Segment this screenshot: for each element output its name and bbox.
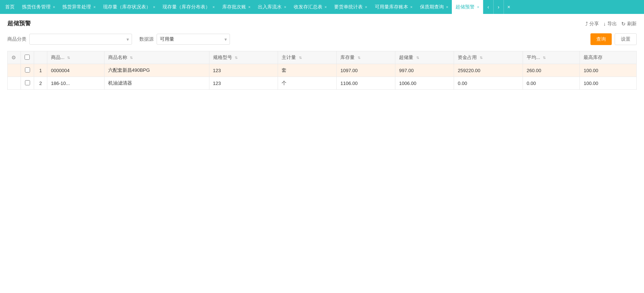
table-row: 1 0000004 六配套新昌490BPG 123 套 1097.00 997.… bbox=[8, 64, 637, 77]
select-all-checkbox[interactable] bbox=[25, 55, 30, 60]
page-title: 超储预警 bbox=[7, 20, 31, 27]
th-index bbox=[34, 51, 47, 64]
nav-close-avail[interactable]: × bbox=[410, 5, 413, 9]
th-spec[interactable]: 规格型号 ⇅ bbox=[209, 51, 278, 64]
filter-label-category: 商品分类 bbox=[7, 36, 26, 42]
cell-avg-1: 0.00 bbox=[523, 77, 580, 90]
cell-overstock-0: 997.00 bbox=[395, 64, 454, 77]
cell-product-code-0: 0000004 bbox=[47, 64, 105, 77]
nav-close-arrow[interactable]: × bbox=[504, 0, 514, 14]
refresh-button[interactable]: ↻ 刷新 bbox=[621, 21, 637, 27]
th-stock[interactable]: 库存量 ⇅ bbox=[337, 51, 395, 64]
th-capital[interactable]: 资金占用 ⇅ bbox=[454, 51, 523, 64]
th-unit[interactable]: 主计量 ⇅ bbox=[278, 51, 337, 64]
nav-prev-arrow[interactable]: ‹ bbox=[483, 0, 493, 14]
top-navigation: 首页 拣货任务管理 × 拣货异常处理 × 现存量（库存状况表） × 现存量（库存… bbox=[0, 0, 644, 14]
th-product-name-label: 商品名称 bbox=[108, 55, 127, 60]
header-actions: ⤴ 分享 ↓ 导出 ↻ 刷新 bbox=[585, 21, 637, 27]
filter-label-datasource: 数据源 bbox=[139, 36, 154, 42]
settings-button[interactable]: 设置 bbox=[615, 33, 637, 45]
nav-close-order-stat[interactable]: × bbox=[365, 5, 367, 9]
share-icon: ⤴ bbox=[585, 21, 588, 27]
nav-close-summary[interactable]: × bbox=[325, 5, 327, 9]
th-product-code-label: 商品... bbox=[51, 55, 65, 60]
nav-label-summary: 收发存汇总表 bbox=[294, 4, 322, 10]
nav-item-exception[interactable]: 拣货异常处理 × bbox=[59, 0, 99, 14]
filter-select-datasource-wrapper: 可用量 ▾ bbox=[157, 34, 230, 45]
cell-max-stock-0: 100.00 bbox=[580, 64, 637, 77]
nav-close-stock-status[interactable]: × bbox=[153, 5, 155, 9]
cell-product-name-1: 机油滤清器 bbox=[104, 77, 209, 90]
filter-select-datasource[interactable]: 可用量 bbox=[157, 34, 230, 45]
row-checkbox-0[interactable] bbox=[25, 67, 30, 73]
th-product-code[interactable]: 商品... ⇅ bbox=[47, 51, 105, 64]
cell-stock-1: 1106.00 bbox=[337, 77, 395, 90]
nav-item-stock-dist[interactable]: 现存量（库存分布表） × bbox=[159, 0, 218, 14]
refresh-icon: ↻ bbox=[621, 21, 626, 27]
nav-next-arrow[interactable]: › bbox=[493, 0, 504, 14]
nav-close-stock-dist[interactable]: × bbox=[212, 5, 215, 9]
sort-icon-spec: ⇅ bbox=[235, 56, 238, 60]
nav-label-overstock: 超储预警 bbox=[455, 4, 475, 10]
nav-label-quality: 保质期查询 bbox=[420, 4, 444, 10]
sort-icon-unit: ⇅ bbox=[299, 56, 302, 60]
nav-item-home[interactable]: 首页 bbox=[1, 0, 18, 14]
nav-item-stock-status[interactable]: 现存量（库存状况表） × bbox=[99, 0, 159, 14]
sort-icon-overstock: ⇅ bbox=[416, 56, 419, 60]
nav-item-overstock[interactable]: 超储预警 × bbox=[452, 0, 483, 14]
th-max-stock: 最高库存 bbox=[580, 51, 637, 64]
nav-label-stock-status: 现存量（库存状况表） bbox=[103, 4, 151, 10]
nav-label-batch: 库存批次账 bbox=[222, 4, 246, 10]
nav-item-summary[interactable]: 收发存汇总表 × bbox=[290, 0, 330, 14]
export-button[interactable]: ↓ 导出 bbox=[603, 21, 617, 27]
th-capital-label: 资金占用 bbox=[458, 55, 477, 60]
nav-label-inout: 出入库流水 bbox=[258, 4, 282, 10]
nav-item-order-stat[interactable]: 要货单统计表 × bbox=[330, 0, 371, 14]
nav-label-home: 首页 bbox=[5, 4, 15, 10]
cell-spec-0: 123 bbox=[209, 64, 278, 77]
query-button[interactable]: 查询 bbox=[590, 33, 612, 45]
export-icon: ↓ bbox=[603, 21, 606, 27]
th-overstock-label: 超储量 bbox=[399, 55, 413, 60]
nav-label-task: 拣货任务管理 bbox=[22, 4, 51, 10]
cell-unit-0: 套 bbox=[278, 64, 337, 77]
sort-icon-product-name: ⇅ bbox=[130, 56, 133, 60]
th-avg[interactable]: 平均... ⇅ bbox=[523, 51, 580, 64]
row-checkbox-1[interactable] bbox=[25, 80, 30, 85]
nav-close-exception[interactable]: × bbox=[93, 5, 95, 9]
table-row: 2 186-10... 机油滤清器 123 个 1106.00 1006.00 … bbox=[8, 77, 637, 90]
nav-item-quality[interactable]: 保质期查询 × bbox=[416, 0, 452, 14]
nav-close-quality[interactable]: × bbox=[446, 5, 448, 9]
cell-checkbox-0 bbox=[21, 64, 34, 77]
th-settings: ⚙ bbox=[8, 51, 21, 64]
nav-close-overstock[interactable]: × bbox=[477, 5, 479, 9]
nav-label-exception: 拣货异常处理 bbox=[62, 4, 91, 10]
nav-close-inout[interactable]: × bbox=[284, 5, 286, 9]
filter-select-category[interactable] bbox=[29, 34, 132, 45]
th-overstock[interactable]: 超储量 ⇅ bbox=[395, 51, 454, 64]
th-spec-label: 规格型号 bbox=[213, 55, 232, 60]
nav-close-batch[interactable]: × bbox=[248, 5, 250, 9]
cell-stock-0: 1097.00 bbox=[337, 64, 395, 77]
cell-product-code-1: 186-10... bbox=[47, 77, 105, 90]
nav-item-inout[interactable]: 出入库流水 × bbox=[254, 0, 290, 14]
cell-avg-0: 260.00 bbox=[523, 64, 580, 77]
cell-max-stock-1: 100.00 bbox=[580, 77, 637, 90]
share-button[interactable]: ⤴ 分享 bbox=[585, 21, 599, 27]
th-product-name[interactable]: 商品名称 ⇅ bbox=[104, 51, 209, 64]
cell-index-1: 2 bbox=[34, 77, 47, 90]
share-label: 分享 bbox=[589, 21, 599, 27]
nav-item-avail[interactable]: 可用量库存账本 × bbox=[371, 0, 416, 14]
cell-unit-1: 个 bbox=[278, 77, 337, 90]
cell-capital-0: 259220.00 bbox=[454, 64, 523, 77]
filter-row: 商品分类 ▾ 数据源 可用量 ▾ 查询 设置 bbox=[7, 33, 637, 45]
nav-item-batch[interactable]: 库存批次账 × bbox=[219, 0, 254, 14]
nav-label-stock-dist: 现存量（库存分布表） bbox=[162, 4, 210, 10]
nav-close-task[interactable]: × bbox=[53, 5, 55, 9]
nav-item-task[interactable]: 拣货任务管理 × bbox=[18, 0, 59, 14]
page-header: 超储预警 ⤴ 分享 ↓ 导出 ↻ 刷新 bbox=[7, 20, 637, 27]
filter-group-datasource: 数据源 可用量 ▾ bbox=[139, 34, 230, 45]
cell-spec-1: 123 bbox=[209, 77, 278, 90]
gear-icon[interactable]: ⚙ bbox=[11, 55, 16, 60]
refresh-label: 刷新 bbox=[627, 21, 637, 27]
